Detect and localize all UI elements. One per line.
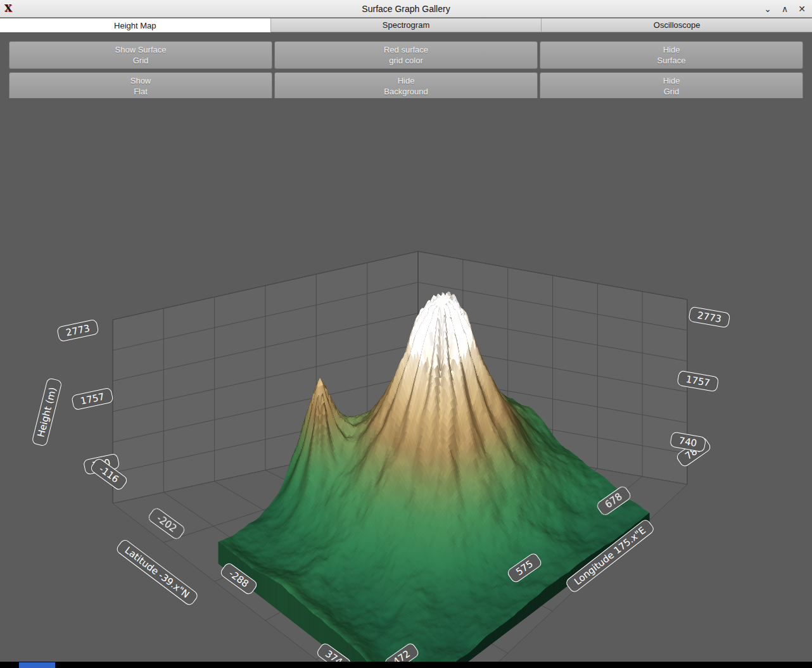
titlebar[interactable]: X Surface Graph Gallery ⌄ ∧ ✕: [0, 0, 812, 18]
toolbar: Show Surface Grid Red surface grid color…: [0, 32, 812, 100]
button-label: grid color: [389, 55, 422, 66]
window-title: Surface Graph Gallery: [362, 4, 450, 14]
button-label: Hide: [663, 44, 680, 55]
shade-window-icon[interactable]: ⌄: [763, 4, 773, 14]
tabbar: Height Map Spectrogram Oscilloscope: [0, 18, 812, 32]
button-label: Surface: [657, 55, 686, 66]
button-label: Show Surface: [115, 44, 167, 55]
window-controls: ⌄ ∧ ✕: [763, 0, 807, 18]
tab-height-map[interactable]: Height Map: [0, 18, 271, 32]
taskbar-accent: [19, 662, 55, 668]
button-label: Flat: [134, 86, 148, 97]
button-label: Background: [384, 86, 428, 97]
tab-spectrogram[interactable]: Spectrogram: [271, 18, 542, 32]
maximize-window-icon[interactable]: ∧: [780, 4, 790, 14]
button-label: Show: [130, 75, 151, 86]
red-surface-grid-color-button[interactable]: Red surface grid color: [274, 41, 538, 69]
hide-background-button[interactable]: Hide Background: [274, 72, 538, 100]
taskbar-strip: [0, 662, 812, 668]
button-label: Grid: [664, 86, 680, 97]
show-flat-button[interactable]: Show Flat: [9, 72, 272, 100]
hide-grid-button[interactable]: Hide Grid: [540, 72, 803, 100]
button-label: Hide: [398, 75, 415, 86]
button-label: Red surface: [384, 44, 428, 55]
button-label: Hide: [663, 75, 680, 86]
content-area: Show Surface Grid Red surface grid color…: [0, 32, 812, 662]
close-window-icon[interactable]: ✕: [797, 4, 807, 14]
tab-oscilloscope[interactable]: Oscilloscope: [542, 18, 812, 32]
hide-surface-button[interactable]: Hide Surface: [540, 41, 803, 69]
surface-plot: 2773 1757 740 Height (m) -116 -202 -288 …: [0, 98, 812, 662]
app-icon: X: [4, 3, 12, 13]
button-label: Grid: [133, 55, 149, 66]
show-surface-grid-button[interactable]: Show Surface Grid: [9, 41, 272, 69]
